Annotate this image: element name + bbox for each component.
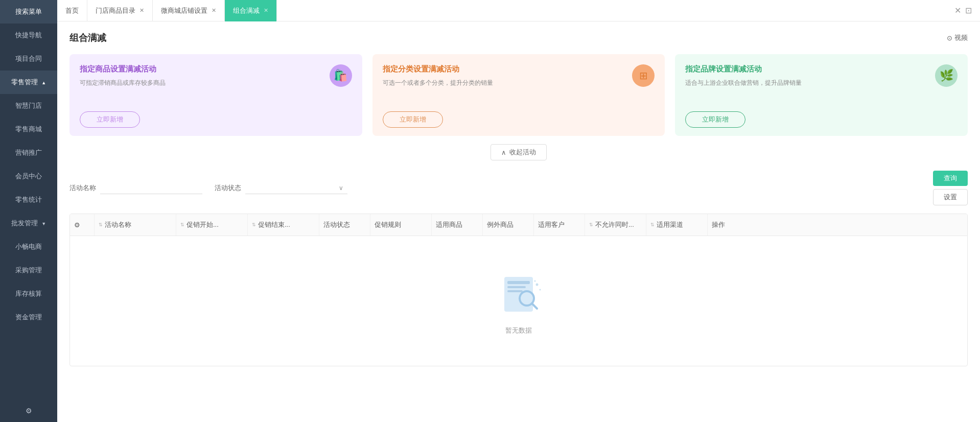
th-promo-end: ⇅ 促销结束... [248, 214, 319, 236]
sidebar-item-finance[interactable]: 资金管理 [0, 306, 57, 329]
tab-home[interactable]: 首页 [57, 0, 87, 21]
sort-icon[interactable]: ⇅ [589, 223, 593, 227]
sidebar-item-ecommerce[interactable]: 小畅电商 [0, 235, 57, 259]
product-card-add-button[interactable]: 立即新增 [80, 111, 140, 128]
sidebar-item-marketing[interactable]: 营销推广 [0, 141, 57, 165]
th-promo-start: ⇅ 促销开始... [176, 214, 248, 236]
svg-rect-2 [507, 286, 526, 288]
promo-cards: 🛍️ 指定商品设置满减活动 可指定滞销商品或库存较多商品 立即新增 ⊞ 指定分类… [69, 54, 968, 136]
category-card-icon: ⊞ [632, 64, 655, 87]
sidebar: 搜索菜单 快捷导航 项目合同 零售管理 智慧门店 零售商城 营销推广 会员中心 … [0, 0, 57, 422]
sidebar-item-retail-mgmt[interactable]: 零售管理 [0, 71, 57, 94]
brand-card-desc: 适合与上游企业联合做营销，提升品牌销量 [685, 78, 876, 87]
settings-button[interactable]: 设置 [933, 189, 968, 205]
product-card-title: 指定商品设置满减活动 [80, 64, 352, 74]
topbar: 首页 门店商品目录 ✕ 微商城店铺设置 ✕ 组合满减 ✕ ✕ ⊡ [57, 0, 980, 21]
empty-state: 暂无数据 [70, 236, 967, 366]
th-applicable-channel: ⇅ 适用渠道 [646, 214, 708, 236]
svg-point-8 [534, 280, 536, 282]
activity-status-select[interactable]: 进行中 已结束 未开始 [245, 182, 347, 194]
sort-icon[interactable]: ⇅ [252, 223, 256, 227]
sort-icon[interactable]: ⇅ [99, 223, 103, 227]
th-settings[interactable]: ⚙ [70, 214, 95, 236]
page-title: 组合满减 [69, 32, 106, 44]
activity-name-input[interactable] [100, 182, 202, 194]
tab-combo-discount[interactable]: 组合满减 ✕ [225, 0, 277, 21]
product-card-desc: 可指定滞销商品或库存较多商品 [80, 78, 270, 87]
sidebar-item-purchase-mgmt[interactable]: 采购管理 [0, 259, 57, 282]
activity-name-field: 活动名称 [69, 182, 202, 194]
th-operation: 操作 [708, 214, 759, 236]
close-window-icon[interactable]: ✕ [954, 6, 961, 15]
brand-promo-card: 🌿 指定品牌设置满减活动 适合与上游企业联合做营销，提升品牌销量 立即新增 [675, 54, 968, 136]
svg-rect-3 [507, 290, 523, 292]
th-applicable-customer: 适用客户 [534, 214, 585, 236]
table-header: ⚙ ⇅ 活动名称 ⇅ 促销开始... ⇅ 促销结束... 活动状态 [70, 214, 967, 236]
sidebar-item-search-menu[interactable]: 搜索菜单 [0, 0, 57, 24]
sidebar-item-project-contract[interactable]: 项目合同 [0, 47, 57, 71]
sidebar-item-smart-store[interactable]: 智慧门店 [0, 94, 57, 118]
sort-icon[interactable]: ⇅ [650, 223, 655, 227]
empty-text: 暂无数据 [80, 326, 957, 335]
empty-illustration [493, 267, 544, 318]
close-combo-discount-icon[interactable]: ✕ [264, 7, 268, 14]
brand-card-title: 指定品牌设置满减活动 [685, 64, 958, 74]
th-applicable-goods: 适用商品 [432, 214, 483, 236]
sidebar-settings[interactable]: ⚙ [0, 400, 57, 422]
tab-wechat-settings[interactable]: 微商城店铺设置 ✕ [153, 0, 225, 21]
category-card-add-button[interactable]: 立即新增 [383, 111, 443, 128]
sidebar-item-member-center[interactable]: 会员中心 [0, 165, 57, 188]
sidebar-item-retail-mall[interactable]: 零售商城 [0, 118, 57, 141]
product-promo-card: 🛍️ 指定商品设置满减活动 可指定滞销商品或库存较多商品 立即新增 [69, 54, 362, 136]
content-area: 组合满减 ⊙ 视频 🛍️ 指定商品设置满减活动 可指定滞销商品或库存较多商品 立… [57, 21, 980, 422]
empty-svg [493, 267, 544, 318]
brand-card-add-button[interactable]: 立即新增 [685, 111, 745, 128]
search-actions: 查询 设置 [933, 171, 968, 205]
collapse-bar: ∧ 收起活动 [69, 144, 968, 160]
video-button[interactable]: ⊙ 视频 [947, 33, 968, 42]
th-promo-rule: 促销规则 [370, 214, 432, 236]
tab-store-catalog[interactable]: 门店商品目录 ✕ [87, 0, 153, 21]
main-area: 首页 门店商品目录 ✕ 微商城店铺设置 ✕ 组合满减 ✕ ✕ ⊡ 组合满减 ⊙ … [57, 0, 980, 422]
sidebar-item-wholesale-mgmt[interactable]: 批发管理 [0, 212, 57, 235]
sidebar-item-quick-nav[interactable]: 快捷导航 [0, 24, 57, 47]
gear-icon: ⚙ [26, 407, 32, 415]
collapse-activity-button[interactable]: ∧ 收起活动 [491, 144, 547, 160]
restore-window-icon[interactable]: ⊡ [965, 6, 972, 15]
activity-status-label: 活动状态 [215, 183, 241, 193]
th-activity-name: ⇅ 活动名称 [95, 214, 176, 236]
search-bar: 活动名称 活动状态 进行中 已结束 未开始 查询 设置 [69, 171, 968, 205]
th-no-simultaneous: ⇅ 不允许同时... [585, 214, 646, 236]
th-exception-goods: 例外商品 [483, 214, 534, 236]
activity-status-field: 活动状态 进行中 已结束 未开始 [215, 182, 347, 194]
category-card-title: 指定分类设置满减活动 [383, 64, 655, 74]
activity-status-select-wrapper: 进行中 已结束 未开始 [245, 182, 347, 194]
close-wechat-settings-icon[interactable]: ✕ [212, 7, 216, 14]
activity-table: ⚙ ⇅ 活动名称 ⇅ 促销开始... ⇅ 促销结束... 活动状态 [69, 214, 968, 366]
activity-name-label: 活动名称 [69, 183, 96, 193]
product-card-icon: 🛍️ [330, 64, 352, 87]
gear-icon: ⚙ [74, 221, 80, 229]
svg-point-7 [540, 289, 541, 291]
play-circle-icon: ⊙ [947, 34, 952, 42]
category-card-desc: 可选一个或者多个分类，提升分类的销量 [383, 78, 573, 87]
sidebar-item-retail-stats[interactable]: 零售统计 [0, 188, 57, 212]
th-activity-status: 活动状态 [319, 214, 370, 236]
page-header: 组合满减 ⊙ 视频 [69, 32, 968, 44]
category-promo-card: ⊞ 指定分类设置满减活动 可选一个或者多个分类，提升分类的销量 立即新增 [372, 54, 665, 136]
close-store-catalog-icon[interactable]: ✕ [139, 7, 144, 14]
chevron-up-icon: ∧ [501, 149, 506, 156]
svg-point-6 [536, 284, 539, 286]
brand-card-icon: 🌿 [935, 64, 958, 87]
sidebar-item-inventory[interactable]: 库存核算 [0, 282, 57, 306]
svg-rect-1 [507, 281, 530, 284]
sort-icon[interactable]: ⇅ [180, 223, 184, 227]
topbar-actions: ✕ ⊡ [954, 6, 980, 15]
query-button[interactable]: 查询 [933, 171, 968, 186]
